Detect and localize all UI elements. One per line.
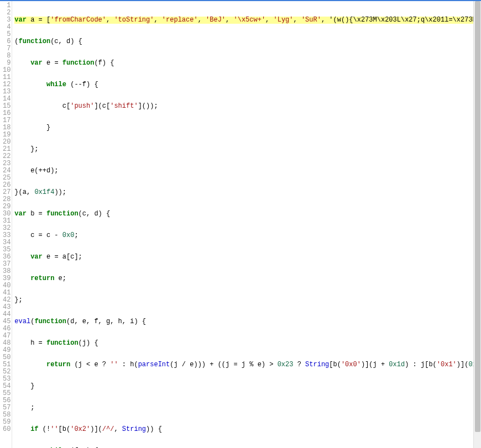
code-line[interactable]: h = function(j) { (14, 340, 473, 347)
code-line[interactable]: var a = ['fromCharCode', 'toString', 're… (14, 17, 473, 24)
code-line[interactable]: while (--f) { (14, 81, 473, 88)
code-line[interactable]: ; (14, 404, 473, 412)
code-line[interactable]: var b = function(c, d) { (14, 210, 473, 218)
code-line[interactable]: }; (14, 146, 473, 153)
code-line[interactable]: return e; (14, 275, 473, 282)
code-line[interactable]: } (14, 124, 473, 131)
code-line[interactable]: c['push'](c['shift']()); (14, 103, 473, 110)
code-line[interactable]: var e = a[c]; (14, 254, 473, 261)
line-number-gutter: 1 2 3 4 5 6 7 8 9 10 11 12 13 14 15 16 1… (0, 1, 12, 448)
code-editor[interactable]: 1 2 3 4 5 6 7 8 9 10 11 12 13 14 15 16 1… (0, 0, 481, 448)
code-line[interactable]: c = c - 0x0; (14, 232, 473, 239)
code-area[interactable]: var a = ['fromCharCode', 'toString', 're… (12, 1, 473, 448)
code-line[interactable]: e(++d); (14, 167, 473, 175)
vertical-scrollbar[interactable] (473, 1, 481, 448)
code-line[interactable]: } (14, 383, 473, 390)
code-line[interactable]: (function(c, d) { (14, 38, 473, 45)
code-line[interactable]: eval(function(d, e, f, g, h, i) { (14, 318, 473, 325)
code-line[interactable]: if (!''[b('0x2')](/^/, String)) { (14, 426, 473, 433)
code-line[interactable]: }; (14, 297, 473, 304)
code-line[interactable]: var e = function(f) { (14, 60, 473, 67)
line-number: 60 (0, 426, 11, 433)
code-line[interactable]: }(a, 0x1f4)); (14, 189, 473, 196)
scrollbar-thumb[interactable] (475, 1, 480, 432)
code-line[interactable]: return (j < e ? '' : h(parseInt(j / e)))… (14, 361, 473, 368)
